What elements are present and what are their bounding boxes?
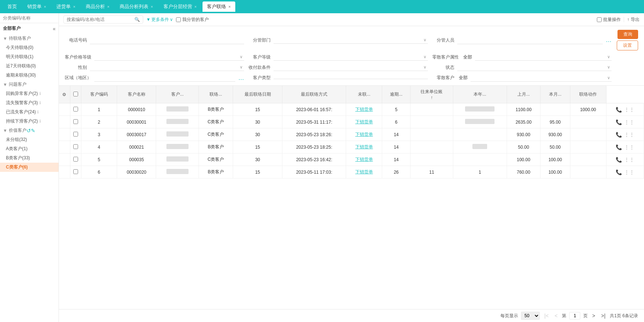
nav-product-analysis[interactable]: 商品分析 × (81, 1, 114, 12)
region-input[interactable] (94, 74, 235, 82)
row-level: C类客户 (199, 153, 233, 166)
price-level-select[interactable]: ∨ (94, 53, 244, 61)
customer-level-select[interactable]: ∨ (274, 53, 428, 61)
my-customers-checkbox[interactable] (176, 17, 181, 22)
manager-dots-btn[interactable]: … (606, 37, 612, 43)
phone-action-icon[interactable]: 📞 (616, 119, 622, 125)
row-checkbox[interactable] (70, 153, 81, 166)
phone-input[interactable] (90, 36, 244, 44)
my-customers-checkbox-label[interactable]: 我分管的客户 (176, 17, 209, 23)
select-all-checkbox[interactable] (73, 92, 78, 96)
search-input[interactable] (67, 17, 133, 22)
close-icon[interactable]: × (73, 4, 75, 9)
status-select[interactable]: ∨ (457, 64, 612, 71)
more-action-icon[interactable]: ⋮⋮ (624, 144, 634, 150)
gender-select[interactable]: ∨ (90, 64, 244, 71)
row-this-month: 1000.00 (570, 103, 606, 116)
close-icon[interactable]: × (151, 4, 153, 9)
nav-sales-order[interactable]: 销货单 × (23, 1, 50, 12)
next-page-btn[interactable]: > (591, 312, 597, 319)
phone-action-icon[interactable]: 📞 (616, 169, 622, 175)
refresh-icon[interactable]: ↺ (27, 128, 31, 134)
more-action-icon[interactable]: ⋮⋮ (624, 119, 634, 125)
row-last-contact-method[interactable]: 下销货单 (346, 166, 382, 178)
sidebar-item-a-customers[interactable]: A类客户(1) (0, 144, 59, 153)
retail-customer-select[interactable]: ∨ (471, 74, 612, 82)
last-page-btn[interactable]: >| (600, 312, 607, 319)
manager-input[interactable] (457, 36, 603, 44)
close-icon[interactable]: × (44, 4, 46, 9)
more-conditions-btn[interactable]: ▼ 更多条件 ∨ (146, 17, 173, 23)
per-page-select[interactable]: 50 100 200 (521, 312, 540, 320)
batch-op-checkbox[interactable] (597, 17, 602, 22)
search-icon[interactable]: 🔍 (134, 17, 140, 22)
sidebar-item-overdue[interactable]: 逾期未联络(30) (0, 71, 59, 80)
row-select-checkbox[interactable] (73, 169, 78, 174)
sidebar-item-declining[interactable]: 持续下滑客户(2) ℹ (0, 117, 59, 126)
phone-action-icon[interactable]: 📞 (616, 107, 622, 113)
first-page-btn[interactable]: |< (543, 312, 550, 319)
row-checkbox[interactable] (70, 128, 81, 141)
nav-product-analysis-list[interactable]: 商品分析列表 × (115, 1, 157, 12)
group-problem-customers[interactable]: ▼ 问题客户 (0, 80, 59, 89)
sidebar-search-input[interactable] (3, 15, 58, 21)
nav-customer-contact[interactable]: 客户联络 × (203, 1, 235, 12)
chevron-down-icon: ∨ (607, 75, 610, 80)
prev-page-btn[interactable]: < (553, 312, 559, 319)
row-checkbox[interactable] (70, 103, 81, 116)
more-action-icon[interactable]: ⋮⋮ (624, 107, 634, 113)
row-select-checkbox[interactable] (73, 132, 78, 137)
close-icon[interactable]: × (228, 4, 230, 9)
row-last-contact-method[interactable]: 下销货单 (346, 116, 382, 128)
dept-select[interactable]: ∨ (274, 36, 428, 44)
sidebar-item-repurchase-abnormal[interactable]: 回购异常客户(2) ℹ (0, 89, 59, 98)
sidebar-item-c-customers[interactable]: C类客户(6) (0, 163, 59, 172)
phone-action-icon[interactable]: 📞 (616, 132, 622, 138)
gender-field: 性别 ∨ (65, 64, 244, 71)
export-btn[interactable]: ↑ 导出 (627, 17, 640, 23)
nav-home[interactable]: 首页 (3, 1, 21, 12)
row-select-checkbox[interactable] (73, 144, 78, 149)
page-number-input[interactable] (569, 312, 580, 319)
sidebar-item-7days[interactable]: 近7天待联络(0) (0, 61, 59, 71)
info-icon: ℹ (39, 91, 41, 96)
close-icon[interactable]: × (107, 4, 109, 9)
sidebar-item-today[interactable]: 今天待联络(0) (0, 43, 59, 52)
edit-icon[interactable]: ✎ (31, 128, 35, 134)
batch-operation-btn[interactable]: 批量操作 (597, 17, 621, 23)
row-checkbox[interactable] (70, 166, 81, 178)
row-select-checkbox[interactable] (73, 119, 78, 124)
sidebar-item-ungrouped[interactable]: 未分组(32) (0, 135, 59, 144)
row-checkbox[interactable] (70, 116, 81, 128)
row-last-contact-method[interactable]: 下销货单 (346, 153, 382, 166)
sidebar-item-b-customers[interactable]: B类客户(33) (0, 153, 59, 163)
more-action-icon[interactable]: ⋮⋮ (624, 169, 634, 175)
more-action-icon[interactable]: ⋮⋮ (624, 132, 634, 138)
all-customers-header[interactable]: 全部客户 « (0, 23, 59, 34)
phone-action-icon[interactable]: 📞 (616, 157, 622, 163)
group-value-customers[interactable]: ▼ 价值客户 ↺ ✎ (0, 126, 59, 135)
region-dots-btn[interactable]: … (238, 75, 244, 81)
sidebar-item-tomorrow[interactable]: 明天待联络(1) (0, 52, 59, 61)
row-checkbox[interactable] (70, 141, 81, 153)
query-button[interactable]: 查询 (617, 30, 638, 39)
row-last-contact-method[interactable]: 下销货单 (346, 128, 382, 141)
nav-purchase-order[interactable]: 进货单 × (52, 1, 80, 12)
customer-type-select[interactable] (274, 77, 428, 79)
close-icon[interactable]: × (194, 4, 197, 9)
nav-customer-segmentation[interactable]: 客户分层经营 × (159, 1, 201, 12)
sidebar-item-churned[interactable]: 已流失客户(24) ℹ (0, 107, 59, 117)
settings-button[interactable]: 设置 (617, 40, 638, 50)
payment-select[interactable]: ∨ (274, 64, 428, 71)
phone-action-icon[interactable]: 📞 (616, 144, 622, 150)
row-select-checkbox[interactable] (73, 107, 78, 112)
row-select-checkbox[interactable] (73, 157, 78, 162)
checkbox-column-header[interactable] (70, 86, 81, 103)
row-last-contact-method[interactable]: 下销货单 (346, 141, 382, 153)
gear-column-header[interactable]: ⚙ (59, 86, 70, 103)
retail-attr-select[interactable]: ∨ (475, 53, 612, 61)
group-pending-contact[interactable]: ▼ 待联络客户 (0, 34, 59, 43)
row-last-contact-method[interactable]: 下销货单 (346, 103, 382, 116)
sidebar-item-churn-warning[interactable]: 流失预警客户(3) ℹ (0, 98, 59, 107)
more-action-icon[interactable]: ⋮⋮ (624, 157, 634, 163)
